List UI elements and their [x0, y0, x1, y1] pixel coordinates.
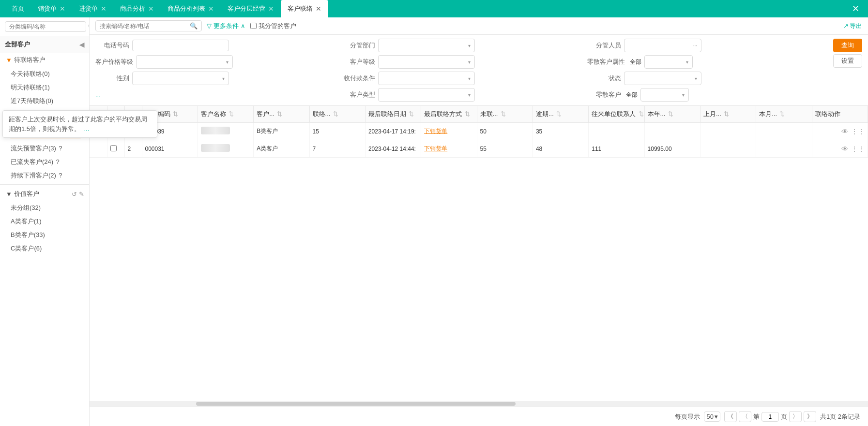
nav-customer-segments[interactable]: 客户分层经营 ✕	[221, 0, 281, 17]
col-contact-num[interactable]: 联络... ⇅	[309, 106, 365, 123]
col-this-month[interactable]: 本月... ⇅	[756, 106, 812, 123]
filter-retail-customer-select[interactable]: ▾	[640, 88, 689, 102]
filter-customer-level-select[interactable]: ▾	[378, 55, 475, 69]
nav-close-product-analysis-list[interactable]: ✕	[208, 0, 214, 17]
prev-page-button[interactable]: 〈	[739, 411, 751, 422]
sidebar-item-class-c[interactable]: C类客户(6)	[0, 242, 89, 255]
declining-help-icon[interactable]: ?	[59, 172, 62, 179]
sort-not-contacted-icon[interactable]: ⇅	[501, 110, 506, 118]
col-last-month[interactable]: 上月... ⇅	[700, 106, 756, 123]
filter-person-select[interactable]: ···	[624, 39, 701, 52]
filter-payment-select[interactable]: ▾	[378, 72, 475, 85]
per-page-select[interactable]: 50 ▾	[704, 411, 720, 422]
first-page-button[interactable]: 《	[724, 411, 737, 422]
sidebar-item-churn-warning[interactable]: 流失预警客户(3) ?	[0, 142, 89, 155]
row1-last-contact-date: 2023-04-17 14:19:	[365, 123, 421, 140]
filter-search-input[interactable]	[100, 23, 190, 29]
query-button[interactable]: 查询	[833, 39, 862, 52]
sidebar-item-class-a[interactable]: A类客户(1)	[0, 215, 89, 228]
nav-purchase-order[interactable]: 进货单 ✕	[72, 0, 113, 17]
nav-home[interactable]: 首页	[5, 0, 31, 17]
scrollbar-thumb[interactable]	[196, 402, 516, 406]
sidebar-all-customers[interactable]: 全部客户 ◀	[0, 36, 89, 53]
sidebar-item-class-b[interactable]: B类客户(33)	[0, 228, 89, 242]
next-page-button[interactable]: 〉	[789, 411, 802, 422]
filter-retail-attr-select[interactable]: ▾	[644, 55, 693, 69]
filter-my-customers[interactable]: 我分管的客户	[250, 22, 296, 30]
filter-gender-select[interactable]: ▾	[132, 72, 229, 85]
sort-last-contact-method-icon[interactable]: ⇅	[465, 110, 470, 118]
filter-dept-select[interactable]: ▾	[378, 39, 475, 52]
nav-close-purchase-order[interactable]: ✕	[101, 0, 107, 17]
sort-last-month-icon[interactable]: ⇅	[724, 110, 729, 118]
churned-help-icon[interactable]: ?	[56, 158, 59, 165]
filter-customer-type-select[interactable]: ▾	[378, 88, 475, 102]
last-page-button[interactable]: 》	[804, 411, 816, 422]
sidebar-item-churned[interactable]: 已流失客户(24) ?	[0, 155, 89, 169]
window-close-button[interactable]: ✕	[848, 3, 863, 14]
sidebar-value-customers-group[interactable]: ▼ 价值客户 ↺ ✎	[0, 187, 89, 201]
nav-close-customer-segments[interactable]: ✕	[268, 0, 274, 17]
sort-overdue-icon[interactable]: ⇅	[556, 110, 562, 118]
col-customer-name[interactable]: 客户名称 ⇅	[198, 106, 253, 123]
filter-status-select[interactable]: ▾	[624, 72, 701, 85]
sidebar-item-today-pending[interactable]: 今天待联络(0)	[0, 67, 89, 81]
horizontal-scrollbar[interactable]	[90, 401, 868, 407]
nav-product-analysis[interactable]: 商品分析 ✕	[113, 0, 161, 17]
row1-view-icon[interactable]: 👁	[841, 128, 848, 135]
sort-last-contact-date-icon[interactable]: ⇅	[409, 110, 414, 118]
sidebar-item-tomorrow-pending[interactable]: 明天待联络(1)	[0, 81, 89, 94]
nav-close-sales-order[interactable]: ✕	[60, 0, 65, 17]
sort-customer-name-icon[interactable]: ⇅	[228, 110, 234, 118]
col-last-contact-method[interactable]: 最后联络方式 ⇅	[421, 106, 477, 123]
sort-contact-num-icon[interactable]: ⇅	[333, 110, 338, 118]
sort-this-year-icon[interactable]: ⇅	[668, 110, 673, 118]
col-not-contacted[interactable]: 未联... ⇅	[477, 106, 533, 123]
export-button[interactable]: ↗ 导出	[843, 22, 862, 30]
sort-this-month-icon[interactable]: ⇅	[779, 110, 785, 118]
filter-row-4: ... 客户类型 ▾ 零散客户 全部 ▾	[95, 88, 828, 102]
nav-close-customer-contact[interactable]: ✕	[316, 0, 321, 17]
row1-last-contact-method[interactable]: 下销货单	[421, 123, 477, 140]
tooltip-more-link[interactable]: ...	[84, 125, 89, 132]
filter-phone-input[interactable]	[132, 40, 229, 51]
sidebar-search-input[interactable]	[5, 21, 86, 32]
sidebar-pending-contact-group[interactable]: ▼ 待联络客户	[0, 53, 89, 67]
row1-customer-name	[198, 123, 253, 140]
sidebar-item-7days-pending[interactable]: 近7天待联络(0)	[0, 94, 89, 108]
sort-unit-contacts-icon[interactable]: ⇅	[639, 110, 644, 118]
filter-price-level-select[interactable]: ▾	[136, 55, 233, 69]
value-customers-edit-icon[interactable]: ✎	[79, 191, 84, 198]
row2-view-icon[interactable]: 👁	[841, 145, 848, 153]
nav-product-analysis-list[interactable]: 商品分析列表 ✕	[161, 0, 221, 17]
filter-price-level-field: 客户价格等级 ▾	[95, 55, 336, 69]
nav-sales-order[interactable]: 销货单 ✕	[31, 0, 72, 17]
settings-button[interactable]: 设置	[833, 54, 862, 68]
row2-select-checkbox[interactable]	[110, 145, 117, 151]
sort-customer-type-icon[interactable]: ⇅	[277, 110, 282, 118]
filter-search-icon[interactable]: 🔍	[190, 22, 198, 29]
row2-last-contact-method[interactable]: 下销货单	[421, 140, 477, 158]
nav-close-product-analysis[interactable]: ✕	[148, 0, 154, 17]
value-customers-refresh-icon[interactable]: ↺	[72, 191, 77, 198]
col-last-contact-date[interactable]: 最后联络日期 ⇅	[365, 106, 421, 123]
sidebar-item-declining[interactable]: 持续下滑客户(2) ?	[0, 169, 89, 182]
filter-more-conditions[interactable]: ▽ 更多条件 ∧	[207, 22, 245, 30]
page-number-input[interactable]	[761, 412, 779, 422]
nav-customer-contact[interactable]: 客户联络 ✕	[281, 0, 328, 17]
sidebar-item-ungrouped[interactable]: 未分组(32)	[0, 201, 89, 215]
customer-table: ⚙ 客户编码 ⇅ 客户名称 ⇅ 客户... ⇅	[90, 106, 868, 158]
row1-more-icon[interactable]: ⋮⋮	[851, 128, 865, 135]
row2-more-icon[interactable]: ⋮⋮	[851, 145, 865, 153]
col-unit-contacts[interactable]: 往来单位联系人 ⇅	[589, 106, 644, 123]
col-this-year[interactable]: 本年... ⇅	[644, 106, 700, 123]
sort-customer-code-icon[interactable]: ⇅	[173, 110, 178, 118]
sidebar-collapse-icon[interactable]: ◀	[79, 41, 84, 48]
row2-customer-code[interactable]: 000031	[142, 140, 198, 158]
col-customer-type[interactable]: 客户... ⇅	[254, 106, 309, 123]
churn-warning-help-icon[interactable]: ?	[59, 145, 62, 152]
row2-checkbox[interactable]	[107, 140, 124, 158]
col-overdue[interactable]: 逾期... ⇅	[533, 106, 588, 123]
my-customers-checkbox[interactable]	[250, 23, 257, 29]
filter-expand-more[interactable]: ...	[95, 91, 101, 99]
